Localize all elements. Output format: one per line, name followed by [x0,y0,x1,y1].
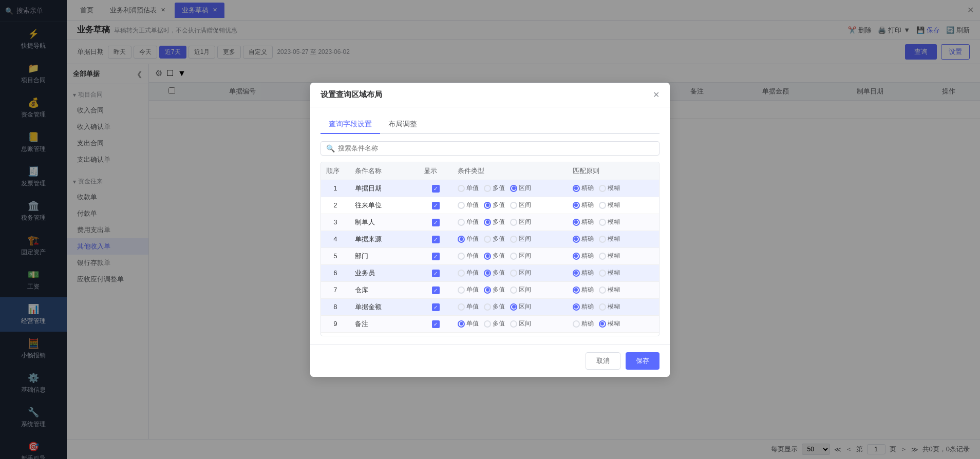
settings-table-row: 1单据日期✓ 单值 多值 区间 精确 模糊 [321,180,659,197]
row-order-5: 6 [321,264,350,281]
type-range-8[interactable]: 区间 [510,319,531,328]
checkbox-checked[interactable]: ✓ [432,236,440,243]
type-multiple-5[interactable]: 多值 [484,269,505,277]
type-range-4[interactable]: 区间 [510,252,531,260]
type-single-5[interactable]: 单值 [458,269,479,277]
match-exact-7[interactable]: 精确 [573,302,594,311]
row-display-4[interactable]: ✓ [419,247,453,264]
modal-tabs: 查询字段设置布局调整 [321,116,659,134]
match-exact-2[interactable]: 精确 [573,218,594,226]
row-display-3[interactable]: ✓ [419,231,453,247]
type-range-7[interactable]: 区间 [510,302,531,311]
type-multiple-0[interactable]: 多值 [484,184,505,193]
settings-table-row: 4单据来源✓ 单值 多值 区间 精确 模糊 [321,231,659,247]
row-type-9: 单值 多值 区间 [453,332,567,336]
search-icon: 🔍 [326,144,335,152]
settings-table-body: 1单据日期✓ 单值 多值 区间 精确 模糊 2往来单位✓ 单值 [321,180,659,336]
modal-tab-layout[interactable]: 布局调整 [380,116,425,134]
row-match-0: 精确 模糊 [568,180,659,197]
type-multiple-4[interactable]: 多值 [484,252,505,260]
checkbox-checked[interactable]: ✓ [432,320,440,328]
search-input[interactable] [338,144,654,152]
row-type-4: 单值 多值 区间 [453,247,567,264]
row-order-8: 9 [321,315,350,332]
settings-table-row: 2往来单位✓ 单值 多值 区间 精确 模糊 [321,197,659,214]
match-fuzzy-4[interactable]: 模糊 [599,252,620,260]
match-fuzzy-1[interactable]: 模糊 [599,201,620,209]
type-single-0[interactable]: 单值 [458,184,479,193]
settings-table-row: 6业务员✓ 单值 多值 区间 精确 模糊 [321,264,659,281]
checkbox-checked[interactable]: ✓ [432,270,440,277]
row-match-3: 精确 模糊 [568,231,659,247]
checkbox-checked[interactable]: ✓ [432,219,440,226]
checkbox-checked[interactable]: ✓ [432,303,440,311]
type-single-6[interactable]: 单值 [458,285,479,294]
modal-close-button[interactable]: ✕ [653,90,659,100]
row-display-9[interactable] [419,332,453,336]
checkbox-checked[interactable]: ✓ [432,185,440,193]
type-single-4[interactable]: 单值 [458,252,479,260]
type-range-1[interactable]: 区间 [510,201,531,209]
row-display-0[interactable]: ✓ [419,180,453,197]
row-type-3: 单值 多值 区间 [453,231,567,247]
match-exact-6[interactable]: 精确 [573,285,594,294]
search-bar: 🔍 [321,141,659,156]
modal-footer: 取消 保存 [310,345,670,377]
checkbox-checked[interactable]: ✓ [432,253,440,260]
settings-table-row: 9备注✓ 单值 多值 区间 精确 模糊 [321,315,659,332]
type-multiple-1[interactable]: 多值 [484,201,505,209]
match-fuzzy-5[interactable]: 模糊 [599,269,620,277]
row-order-4: 5 [321,247,350,264]
match-fuzzy-6[interactable]: 模糊 [599,285,620,294]
row-type-2: 单值 多值 区间 [453,214,567,231]
row-display-5[interactable]: ✓ [419,264,453,281]
row-display-8[interactable]: ✓ [419,315,453,332]
row-name-6: 仓库 [350,281,419,298]
settings-col-匹配原则: 匹配原则 [568,162,659,180]
match-fuzzy-7[interactable]: 模糊 [599,302,620,311]
match-fuzzy-0[interactable]: 模糊 [599,184,620,193]
type-single-2[interactable]: 单值 [458,218,479,226]
match-fuzzy-8[interactable]: 模糊 [599,319,620,328]
cancel-button[interactable]: 取消 [586,352,620,370]
modal-tab-fields[interactable]: 查询字段设置 [321,116,380,134]
row-order-0: 1 [321,180,350,197]
type-single-1[interactable]: 单值 [458,201,479,209]
type-single-7[interactable]: 单值 [458,302,479,311]
match-fuzzy-3[interactable]: 模糊 [599,235,620,243]
type-single-3[interactable]: 单值 [458,235,479,243]
match-fuzzy-2[interactable]: 模糊 [599,218,620,226]
save-button[interactable]: 保存 [626,352,659,370]
type-multiple-7[interactable]: 多值 [484,302,505,311]
row-display-6[interactable]: ✓ [419,281,453,298]
row-order-1: 2 [321,197,350,214]
checkbox-checked[interactable]: ✓ [432,202,440,209]
row-display-2[interactable]: ✓ [419,214,453,231]
type-range-3[interactable]: 区间 [510,235,531,243]
row-name-5: 业务员 [350,264,419,281]
settings-table: 顺序条件名称显示条件类型匹配原则 1单据日期✓ 单值 多值 区间 精确 模 [321,162,659,336]
type-multiple-2[interactable]: 多值 [484,218,505,226]
match-exact-4[interactable]: 精确 [573,252,594,260]
type-multiple-6[interactable]: 多值 [484,285,505,294]
match-exact-3[interactable]: 精确 [573,235,594,243]
match-exact-0[interactable]: 精确 [573,184,594,193]
type-range-6[interactable]: 区间 [510,285,531,294]
type-multiple-3[interactable]: 多值 [484,235,505,243]
row-display-1[interactable]: ✓ [419,197,453,214]
type-range-0[interactable]: 区间 [510,184,531,193]
match-exact-1[interactable]: 精确 [573,201,594,209]
row-name-0: 单据日期 [350,180,419,197]
row-display-7[interactable]: ✓ [419,298,453,315]
row-name-9: 单据编号 [350,332,419,336]
settings-table-row: 10单据编号 单值 多值 区间 精确 模糊 [321,332,659,336]
row-type-6: 单值 多值 区间 [453,281,567,298]
checkbox-checked[interactable]: ✓ [432,286,440,294]
match-exact-8[interactable]: 精确 [573,319,594,328]
row-name-4: 部门 [350,247,419,264]
type-range-5[interactable]: 区间 [510,269,531,277]
type-multiple-8[interactable]: 多值 [484,319,505,328]
type-range-2[interactable]: 区间 [510,218,531,226]
match-exact-5[interactable]: 精确 [573,269,594,277]
type-single-8[interactable]: 单值 [458,319,479,328]
